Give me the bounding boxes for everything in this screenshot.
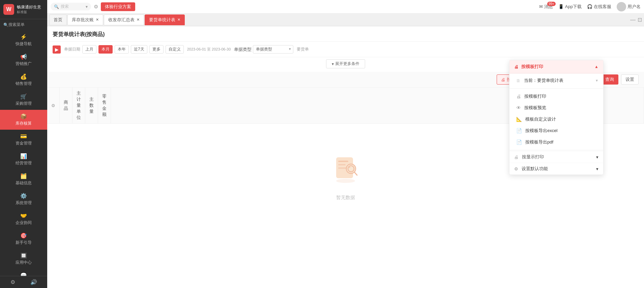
tab-minimize-button[interactable]: — <box>630 17 636 23</box>
sidebar-item-sales[interactable]: 💰销售管理 <box>0 70 47 90</box>
select-chevron-icon: ▾ <box>289 47 291 51</box>
set-default-arrow: ▾ <box>596 166 598 171</box>
sidebar-item-inventory[interactable]: 📦库存核算 <box>0 110 47 130</box>
dropdown-item-template-print[interactable]: 🖨按模板打印 <box>509 91 603 102</box>
sidebar-item-apps[interactable]: 🔲应用中心 <box>0 249 47 269</box>
apps-label: 应用中心 <box>16 260 32 265</box>
sidebar: W 畅康通好生意 标准版 🔍 搜索菜单 ⚡快捷导航📢营销推广💰销售管理🛒采购管理… <box>0 0 47 288</box>
col-settings[interactable]: ⚙ <box>47 88 60 124</box>
tab-order-stats[interactable]: 要货单统计表 ✕ <box>145 14 185 25</box>
sidebar-item-quick-nav[interactable]: ⚡快捷导航 <box>0 30 47 50</box>
finance-label: 资金管理 <box>16 140 32 146</box>
receipt-summary-tab-label: 收发存汇总表 <box>108 17 135 23</box>
order-stats-close-icon[interactable]: ✕ <box>177 18 180 22</box>
col-goods: 商品 <box>60 88 72 124</box>
bill-type-select[interactable]: 单据类型 ▾ <box>253 45 293 54</box>
dropdown-doc-icon: 🗎 <box>516 78 521 83</box>
logo-text: 畅康通好生意 标准版 <box>17 5 41 14</box>
dropdown-header[interactable]: 🖨 按模板打印 ▲ <box>509 60 603 73</box>
expand-more-button[interactable]: ▾ 展开更多条件 <box>326 59 365 68</box>
date-range-display: 2023-06-01 至 2023-06-30 <box>187 47 231 52</box>
user-avatar[interactable]: 用户名 <box>617 2 641 11</box>
tab-home[interactable]: 首页 <box>49 14 67 25</box>
trial-button[interactable]: 体验行业方案 <box>101 2 135 11</box>
svg-rect-3 <box>338 164 346 165</box>
col-qty: 主数量 <box>85 88 98 124</box>
table-settings-icon[interactable]: ⚙ <box>51 103 55 108</box>
this-month-btn[interactable]: 本月 <box>98 45 113 54</box>
tab-receipt-summary[interactable]: 收发存汇总表 ✕ <box>104 14 144 25</box>
sidebar-bottom: ⚙ 🔊 <box>0 276 47 288</box>
sidebar-search[interactable]: 🔍 搜索菜单 <box>0 19 47 30</box>
batch-account-tab-label: 库存批次账 <box>72 17 94 23</box>
main-area: 🔍 搜索 ▾ ⚙ 体验行业方案 ✉ 消息 99+ 📱 App下载 🎧 在线客服 … <box>47 0 644 288</box>
purchase-icon: 🛒 <box>20 93 27 100</box>
finance-icon: 💳 <box>20 133 27 139</box>
last-month-btn[interactable]: 上月 <box>82 45 96 54</box>
inventory-icon: 📦 <box>20 113 27 120</box>
custom-date-btn[interactable]: 自定义 <box>166 45 184 54</box>
topbar-dropdown-icon: ▾ <box>86 4 88 9</box>
sidebar-item-purchase[interactable]: 🛒采购管理 <box>0 90 47 110</box>
batch-account-close-icon[interactable]: ✕ <box>96 18 99 22</box>
settings-bottom-icon[interactable]: ⚙ <box>10 279 15 285</box>
yh-label: 要货单 <box>297 46 309 52</box>
page-content: 要货单统计表(按商品) ▶ 单据日期 上月 本月 本年 近7天 更多 自定义 2… <box>47 26 644 288</box>
sound-bottom-icon[interactable]: 🔊 <box>30 279 37 285</box>
dropdown-printer-icon: 🖨 <box>514 64 519 69</box>
business-label: 经营管理 <box>16 160 32 166</box>
dropdown-item-template-design[interactable]: 📐模板自定义设计 <box>509 114 603 125</box>
expand-filter-button[interactable]: ▶ <box>53 45 61 54</box>
sidebar-item-finance[interactable]: 💳资金管理 <box>0 130 47 150</box>
dropdown-current-item[interactable]: 🗎 当前：要货单统计表 ▾ <box>509 75 603 86</box>
display-print-item[interactable]: 🖨 按显示打印 ▾ <box>509 151 603 163</box>
topbar-search-box[interactable]: 🔍 搜索 ▾ <box>51 3 91 10</box>
sidebar-item-wechat[interactable]: 💬企业微信 <box>0 269 47 276</box>
sidebar-item-marketing[interactable]: 📢营销推广 <box>0 50 47 70</box>
dropdown-item-template-preview[interactable]: 👁按模板预览 <box>509 102 603 114</box>
system-icon: ⚙️ <box>20 193 27 199</box>
online-service-button[interactable]: 🎧 在线客服 <box>587 4 611 10</box>
dropdown-items-section: 🖨按模板打印👁按模板预览📐模板自定义设计📄按模板导出excel📄按模板导出pdf <box>509 89 603 149</box>
topbar-gear-icon[interactable]: ⚙ <box>94 4 98 10</box>
app-logo: W 畅康通好生意 标准版 <box>0 0 47 19</box>
template-design-label: 模板自定义设计 <box>525 116 556 122</box>
template-print-icon: 🖨 <box>516 94 521 99</box>
tab-batch-account[interactable]: 库存批次账 ✕ <box>67 14 103 25</box>
export-pdf-label: 按模板导出pdf <box>525 139 553 145</box>
settings-button[interactable]: 设置 <box>621 74 639 85</box>
app-download-button[interactable]: 📱 App下载 <box>558 4 582 10</box>
search-icon: 🔍 <box>3 23 8 27</box>
apps-icon: 🔲 <box>20 252 27 259</box>
last-7-days-btn[interactable]: 近7天 <box>131 45 147 54</box>
dropdown-divider-1 <box>509 88 603 89</box>
empty-text: 暂无数据 <box>336 195 355 201</box>
display-print-arrow: ▾ <box>596 155 598 160</box>
template-design-icon: 📐 <box>516 117 522 122</box>
dropdown-item-export-excel[interactable]: 📄按模板导出excel <box>509 125 603 136</box>
receipt-summary-close-icon[interactable]: ✕ <box>137 18 140 22</box>
sidebar-item-corp[interactable]: 🤝企业协同 <box>0 209 47 229</box>
tab-maximize-button[interactable]: ⊡ <box>638 17 642 23</box>
quick-nav-label: 快捷导航 <box>16 41 32 47</box>
sidebar-item-basic[interactable]: 🗂️基础信息 <box>0 169 47 189</box>
sales-icon: 💰 <box>20 73 27 80</box>
current-arrow-icon: ▾ <box>596 78 598 83</box>
business-icon: 📊 <box>20 153 27 159</box>
svg-point-0 <box>336 179 355 183</box>
sidebar-item-system[interactable]: ⚙️系统管理 <box>0 189 47 209</box>
sidebar-item-business[interactable]: 📊经营管理 <box>0 150 47 169</box>
system-label: 系统管理 <box>16 200 32 206</box>
sidebar-item-guide[interactable]: 🎯新手引导 <box>0 229 47 249</box>
more-date-btn[interactable]: 更多 <box>149 45 164 54</box>
topbar-right: ✉ 消息 99+ 📱 App下载 🎧 在线客服 用户名 <box>539 2 641 11</box>
avatar-circle <box>617 2 626 11</box>
export-pdf-icon: 📄 <box>516 139 522 145</box>
dropdown-item-export-pdf[interactable]: 📄按模板导出pdf <box>509 136 603 148</box>
this-year-btn[interactable]: 本年 <box>115 45 129 54</box>
tab-actions: — ⊡ <box>630 17 642 23</box>
messages-button[interactable]: ✉ 消息 99+ <box>539 4 553 10</box>
col-unit: 主计量单位 <box>72 88 85 124</box>
wechat-icon: 💬 <box>20 272 27 276</box>
set-default-item[interactable]: ⚙ 设置默认功能 ▾ <box>509 163 603 174</box>
